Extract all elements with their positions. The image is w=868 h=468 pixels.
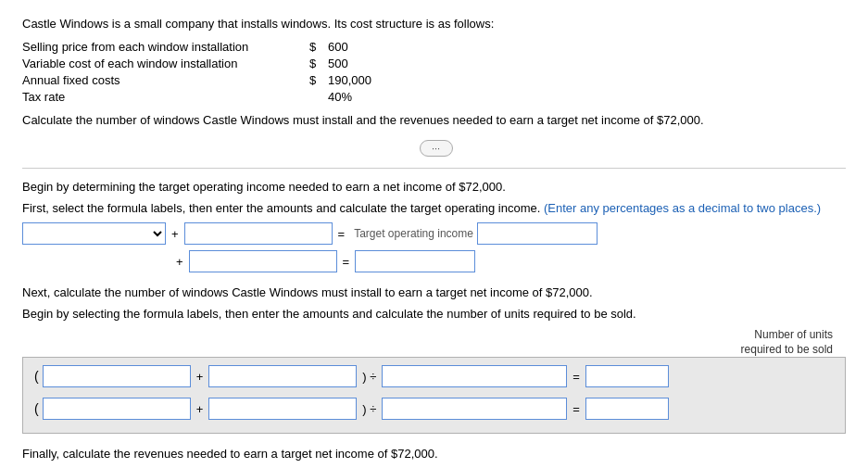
units-input-1c[interactable] bbox=[382, 365, 567, 387]
units-div-2: ) ÷ bbox=[360, 402, 378, 416]
intro-section: Castle Windows is a small company that i… bbox=[22, 17, 846, 127]
section3: Finally, calculate the revenues needed t… bbox=[22, 447, 846, 468]
section1-instruction: First, select the formula labels, then e… bbox=[22, 201, 846, 215]
plus-op-1: + bbox=[170, 227, 181, 241]
units-plus-1: + bbox=[195, 370, 206, 384]
cost-value-3: 190,000 bbox=[328, 73, 371, 87]
units-header: Number of units required to be sold bbox=[22, 328, 846, 357]
open-paren-2: ( bbox=[34, 398, 39, 420]
units-header-label: Number of units required to be sold bbox=[741, 328, 833, 357]
divider-1 bbox=[22, 168, 846, 169]
plus-op-2: + bbox=[174, 255, 185, 269]
cost-row-4: Tax rate 40% bbox=[22, 90, 846, 104]
formula-row-2: + = bbox=[22, 250, 846, 272]
units-formula-block: ( + ) ÷ = ( + ) ÷ = bbox=[22, 357, 846, 434]
cost-label-3: Annual fixed costs bbox=[22, 73, 309, 87]
units-formula-row-2: ( + ) ÷ = bbox=[34, 398, 834, 420]
formula-input-1b[interactable] bbox=[477, 222, 598, 245]
question-text: Calculate the number of windows Castle W… bbox=[22, 113, 846, 127]
units-input-2a[interactable] bbox=[43, 398, 191, 420]
section2-heading: Next, calculate the number of windows Ca… bbox=[22, 285, 846, 299]
expand-button[interactable]: ··· bbox=[420, 140, 453, 157]
units-input-2c[interactable] bbox=[382, 398, 567, 420]
cost-label-1: Selling price from each window installat… bbox=[22, 40, 309, 54]
formula-row-1: + = Target operating income bbox=[22, 222, 846, 245]
equals-op-2: = bbox=[341, 255, 352, 269]
cost-symbol-3: $ bbox=[309, 73, 328, 87]
units-result-2[interactable] bbox=[585, 398, 669, 420]
cost-value-1: 600 bbox=[328, 40, 348, 54]
open-paren-1: ( bbox=[34, 365, 39, 387]
section1: Begin by determining the target operatin… bbox=[22, 180, 846, 272]
cost-symbol-1: $ bbox=[309, 40, 328, 54]
cost-row-3: Annual fixed costs $ 190,000 bbox=[22, 73, 846, 87]
cost-value-2: 500 bbox=[328, 57, 348, 70]
expand-dots: ··· bbox=[432, 143, 440, 154]
formula-input-2a[interactable] bbox=[189, 250, 337, 272]
units-div-1: ) ÷ bbox=[360, 370, 378, 384]
equals-op-1: = bbox=[336, 227, 347, 241]
intro-description: Castle Windows is a small company that i… bbox=[22, 17, 846, 31]
section1-instruction-blue: (Enter any percentages as a decimal to t… bbox=[544, 201, 821, 215]
target-income-label: Target operating income bbox=[354, 227, 473, 240]
formula-input-1a[interactable] bbox=[184, 222, 333, 245]
cost-row-2: Variable cost of each window installatio… bbox=[22, 57, 846, 70]
units-result-1[interactable] bbox=[585, 365, 669, 387]
units-input-1b[interactable] bbox=[208, 365, 357, 387]
section2-instruction: Begin by selecting the formula labels, t… bbox=[22, 307, 846, 321]
units-input-1a[interactable] bbox=[43, 365, 191, 387]
cost-label-2: Variable cost of each window installatio… bbox=[22, 57, 309, 70]
formula-select-1[interactable] bbox=[22, 222, 166, 245]
units-input-2b[interactable] bbox=[208, 398, 357, 420]
units-plus-2: + bbox=[195, 402, 206, 416]
units-equals-2: = bbox=[571, 402, 582, 416]
cost-row-1: Selling price from each window installat… bbox=[22, 40, 846, 54]
section3-heading: Finally, calculate the revenues needed t… bbox=[22, 447, 846, 461]
cost-table: Selling price from each window installat… bbox=[22, 40, 846, 104]
units-equals-1: = bbox=[571, 370, 582, 384]
formula-input-2b[interactable] bbox=[355, 250, 475, 272]
cost-label-4: Tax rate bbox=[22, 90, 309, 104]
units-formula-row-1: ( + ) ÷ = bbox=[34, 365, 834, 387]
section2: Next, calculate the number of windows Ca… bbox=[22, 285, 846, 434]
cost-symbol-2: $ bbox=[309, 57, 328, 70]
cost-value-4: 40% bbox=[328, 90, 352, 104]
section1-heading: Begin by determining the target operatin… bbox=[22, 180, 846, 194]
